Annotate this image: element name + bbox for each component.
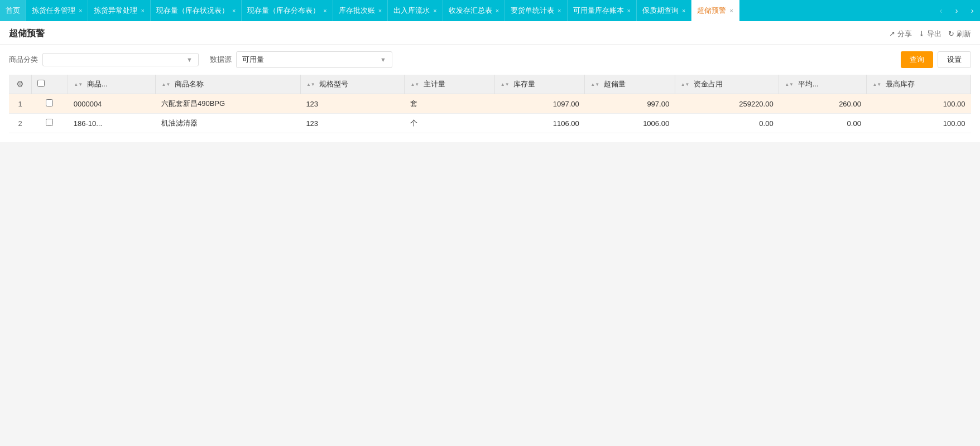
filter-row: 商品分类 ▼ 数据源 可用量 ▼ 查询 设置 xyxy=(0,45,980,75)
nav-label-batch: 库存批次账 xyxy=(339,6,375,16)
sort-icon-spec: ▲▼ xyxy=(306,83,315,87)
nav-item-home[interactable]: 首页 xyxy=(0,0,26,21)
row-overstock: 997.00 xyxy=(585,94,675,114)
page-header: 超储预警 ↗ 分享 ⤓ 导出 ↻ 刷新 xyxy=(0,21,980,45)
close-icon-order-stats[interactable]: × xyxy=(558,7,561,14)
row-max-stock: 100.00 xyxy=(867,94,971,114)
table-container: ⚙ ▲▼ 商品... ▲▼ 商品名称 ▲▼ 规格型号 xyxy=(0,75,980,142)
share-label: 分享 xyxy=(897,29,912,39)
row-capital: 0.00 xyxy=(675,114,779,133)
sort-icon-overstock: ▲▼ xyxy=(590,83,599,87)
close-icon-stock-status[interactable]: × xyxy=(232,7,236,14)
settings-button[interactable]: 设置 xyxy=(938,51,971,68)
nav-item-expiry[interactable]: 保质期查询 × xyxy=(637,0,691,21)
nav-item-batch[interactable]: 库存批次账 × xyxy=(333,0,388,21)
nav-item-stock-dist[interactable]: 现存量（库存分布表） × xyxy=(242,0,333,21)
sort-icon-stock: ▲▼ xyxy=(501,83,510,87)
nav-label-summary: 收发存汇总表 xyxy=(449,6,492,16)
nav-label-available: 可用量库存账本 xyxy=(573,6,624,16)
nav-next-button[interactable]: › xyxy=(949,0,964,21)
row-stock: 1097.00 xyxy=(494,94,584,114)
close-icon-batch[interactable]: × xyxy=(378,7,382,14)
col-overstock-label: 超储量 xyxy=(604,80,626,88)
col-product-code: ▲▼ 商品... xyxy=(68,75,156,94)
nav-more-button[interactable]: › xyxy=(964,0,980,21)
datasource-chevron-icon: ▼ xyxy=(380,56,386,63)
sort-icon-product-code: ▲▼ xyxy=(74,83,83,87)
datasource-label: 数据源 xyxy=(210,55,232,65)
nav-item-exception[interactable]: 拣货异常处理 × xyxy=(88,0,150,21)
row-spec: 123 xyxy=(300,94,405,114)
nav-label-overstock: 超储预警 xyxy=(697,6,726,16)
page-actions: ↗ 分享 ⤓ 导出 ↻ 刷新 xyxy=(889,29,971,39)
nav-label-task: 拣货任务管理 xyxy=(32,6,75,16)
col-overstock: ▲▼ 超储量 xyxy=(585,75,675,94)
nav-item-available[interactable]: 可用量库存账本 × xyxy=(568,0,637,21)
nav-item-overstock[interactable]: 超储预警 × xyxy=(691,0,739,21)
row-avg: 260.00 xyxy=(779,94,867,114)
select-all-checkbox[interactable] xyxy=(37,80,45,87)
row-index: 2 xyxy=(9,114,31,133)
close-icon-flow[interactable]: × xyxy=(433,7,436,14)
share-button[interactable]: ↗ 分享 xyxy=(889,29,912,39)
nav-item-order-stats[interactable]: 要货单统计表 × xyxy=(505,0,567,21)
datasource-filter: 数据源 可用量 ▼ xyxy=(210,51,392,68)
category-select[interactable]: ▼ xyxy=(42,53,199,66)
row-checkbox[interactable] xyxy=(46,119,53,126)
col-product-name: ▲▼ 商品名称 xyxy=(156,75,300,94)
close-icon-expiry[interactable]: × xyxy=(682,7,685,14)
col-spec: ▲▼ 规格型号 xyxy=(300,75,405,94)
col-product-code-label: 商品... xyxy=(87,80,108,88)
nav-label-order-stats: 要货单统计表 xyxy=(511,6,554,16)
row-index: 1 xyxy=(9,94,31,114)
row-capital: 259220.00 xyxy=(675,94,779,114)
refresh-icon: ↻ xyxy=(948,30,954,38)
row-product-code: 186-10... xyxy=(68,114,156,133)
row-checkbox[interactable] xyxy=(46,99,53,106)
close-icon-summary[interactable]: × xyxy=(496,7,499,14)
col-settings: ⚙ xyxy=(9,75,31,94)
sort-icon-product-name: ▲▼ xyxy=(161,83,170,87)
nav-item-summary[interactable]: 收发存汇总表 × xyxy=(443,0,505,21)
nav-label-stock-status: 现存量（库存状况表） xyxy=(156,6,229,16)
row-spec: 123 xyxy=(300,114,405,133)
nav-label-exception: 拣货异常处理 xyxy=(94,6,137,16)
overstock-table: ⚙ ▲▼ 商品... ▲▼ 商品名称 ▲▼ 规格型号 xyxy=(9,75,971,133)
nav-label-flow: 出入库流水 xyxy=(393,6,430,16)
nav-prev-button[interactable]: ‹ xyxy=(933,0,949,21)
export-button[interactable]: ⤓ 导出 xyxy=(919,29,941,39)
col-spec-label: 规格型号 xyxy=(319,80,348,88)
col-unit-label: 主计量 xyxy=(424,80,445,88)
close-icon-task[interactable]: × xyxy=(79,7,82,14)
close-icon-available[interactable]: × xyxy=(627,7,631,14)
refresh-label: 刷新 xyxy=(957,29,971,39)
col-avg-label: 平均... xyxy=(798,80,819,88)
col-avg: ▲▼ 平均... xyxy=(779,75,867,94)
row-overstock: 1006.00 xyxy=(585,114,675,133)
nav-item-flow[interactable]: 出入库流水 × xyxy=(388,0,443,21)
row-max-stock: 100.00 xyxy=(867,114,971,133)
row-checkbox-cell xyxy=(31,114,68,133)
nav-label-home: 首页 xyxy=(6,6,20,16)
query-button[interactable]: 查询 xyxy=(901,51,933,68)
close-icon-stock-dist[interactable]: × xyxy=(323,7,326,14)
row-avg: 0.00 xyxy=(779,114,867,133)
gear-icon[interactable]: ⚙ xyxy=(16,79,23,89)
category-label: 商品分类 xyxy=(9,55,38,65)
col-max-stock: ▲▼ 最高库存 xyxy=(867,75,971,94)
nav-label-stock-dist: 现存量（库存分布表） xyxy=(247,6,320,16)
close-icon-exception[interactable]: × xyxy=(141,7,144,14)
sort-icon-avg: ▲▼ xyxy=(785,83,794,87)
close-icon-overstock[interactable]: × xyxy=(729,7,733,14)
refresh-button[interactable]: ↻ 刷新 xyxy=(948,29,971,39)
nav-item-task[interactable]: 拣货任务管理 × xyxy=(26,0,88,21)
col-capital: ▲▼ 资金占用 xyxy=(675,75,779,94)
page-title: 超储预警 xyxy=(9,28,45,40)
nav-item-stock-status[interactable]: 现存量（库存状况表） × xyxy=(151,0,242,21)
top-navigation: 首页 拣货任务管理 × 拣货异常处理 × 现存量（库存状况表） × 现存量（库存… xyxy=(0,0,980,21)
col-max-stock-label: 最高库存 xyxy=(886,80,915,88)
datasource-value: 可用量 xyxy=(242,55,264,65)
nav-arrows: ‹ › › xyxy=(933,0,980,21)
nav-label-expiry: 保质期查询 xyxy=(642,6,679,16)
datasource-select[interactable]: 可用量 ▼ xyxy=(236,51,392,68)
